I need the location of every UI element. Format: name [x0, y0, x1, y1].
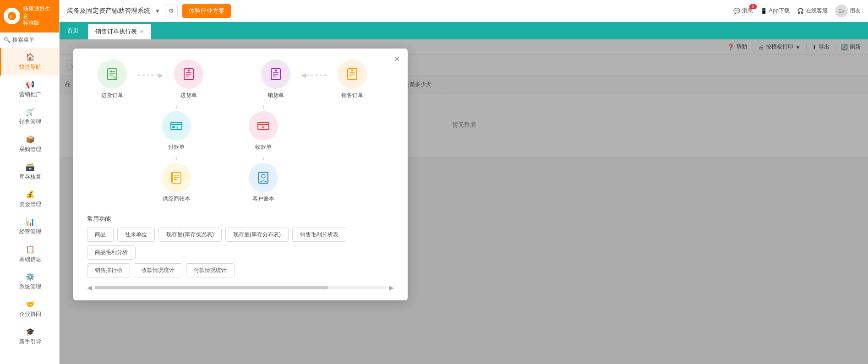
sidebar-item-inventory[interactable]: 🗃️ 库存核算 — [0, 158, 59, 185]
scroll-right-btn[interactable]: ▶ — [389, 284, 394, 291]
enterprise-icon: 🤝 — [26, 300, 35, 309]
overlay[interactable]: ✕ 进货订单 — [60, 39, 868, 364]
svg-text:¥: ¥ — [176, 125, 179, 130]
func-btn-goods[interactable]: 商品 — [87, 228, 114, 242]
sidebar-item-quick-nav[interactable]: 🏠 快捷导航 — [0, 48, 59, 76]
sidebar-item-marketing[interactable]: 📢 营销推广 — [0, 76, 59, 103]
svg-text:¥: ¥ — [262, 125, 265, 130]
svg-rect-17 — [275, 70, 277, 71]
sidebar: 6 畅康通好生意 标准版 🔍 搜索菜单 🏠 快捷导航 📢 营销推广 🛒 销售管理 — [0, 0, 60, 364]
node-payment[interactable]: ¥ 付款单 — [151, 111, 202, 151]
common-functions-title: 常用功能 — [87, 215, 394, 223]
app-download-btn[interactable]: 📱 App下载 — [760, 7, 790, 15]
svg-rect-35 — [259, 172, 268, 183]
func-btn-partners[interactable]: 往来单位 — [117, 228, 155, 242]
svg-rect-25 — [172, 126, 175, 128]
node-sales-bill[interactable]: 销货单 — [251, 60, 301, 99]
svg-text:6: 6 — [9, 14, 11, 19]
guide-icon: 🎓 — [26, 327, 35, 336]
finance-icon: 💰 — [26, 190, 35, 199]
flow-row-3: 供应商账本 客户账本 — [87, 163, 394, 203]
sidebar-logo: 6 畅康通好生意 标准版 — [0, 0, 59, 33]
node-customer-ledger[interactable]: 客户账本 — [238, 163, 289, 203]
flow-row-1: 进货订单 ▶ 进货单 — [87, 60, 394, 99]
flow-diagram: 进货订单 ▶ 进货单 — [87, 60, 394, 206]
sidebar-item-system[interactable]: ⚙️ 系统管理 — [0, 268, 59, 295]
function-buttons-row2: 销售排行榜 收款情况统计 付款情况统计 — [87, 263, 394, 277]
node-receipt[interactable]: ¥ 收款单 — [238, 111, 289, 151]
func-btn-sales-profit[interactable]: 销售毛利分析表 — [292, 228, 346, 242]
function-buttons: 商品 往来单位 现存量(库存状况表) 现存量(库存分布表) 销售毛利分析表 商品… — [87, 228, 394, 260]
system-title: 装备及固定资产辅助管理系统 — [67, 7, 150, 15]
func-btn-goods-profit[interactable]: 商品毛利分析 — [87, 245, 136, 260]
operation-icon: 📊 — [26, 217, 35, 226]
purchase-icon: 📦 — [26, 135, 35, 144]
settings-gear[interactable]: ⚙ — [165, 5, 178, 17]
topbar-right: 💬 消息 6 📱 App下载 🎧 在线客服 Ea 用友 — [733, 5, 861, 17]
experience-btn[interactable]: 体验行业方案 — [182, 4, 231, 18]
sidebar-nav: 🏠 快捷导航 📢 营销推广 🛒 销售管理 📦 采购管理 🗃️ 库存核算 💰 — [0, 48, 59, 364]
avatar: Ea — [835, 5, 848, 17]
svg-rect-2 — [108, 69, 117, 80]
func-btn-inventory-dist[interactable]: 现存量(库存分布表) — [225, 228, 289, 242]
sales-order-icon — [338, 60, 367, 89]
main-area: 装备及固定资产辅助管理系统 ▼ ⚙ 体验行业方案 💬 消息 6 📱 App下载 … — [60, 0, 868, 364]
common-functions: 常用功能 商品 往来单位 现存量(库存状况表) 现存量(库存分布表) 销售毛利分… — [87, 215, 394, 277]
sidebar-item-operation[interactable]: 📊 经营管理 — [0, 213, 59, 240]
sales-bill-icon — [261, 60, 290, 89]
purchase-order-icon — [98, 60, 127, 89]
online-service-btn[interactable]: 🎧 在线客服 — [797, 7, 828, 15]
func-btn-receipt-stats[interactable]: 收款情况统计 — [134, 263, 182, 277]
func-btn-inventory-status[interactable]: 现存量(库存状况表) — [158, 228, 222, 242]
node-purchase-bill[interactable]: 进货单 — [164, 60, 214, 99]
message-btn[interactable]: 💬 消息 6 — [733, 7, 753, 15]
message-badge: 6 — [749, 4, 757, 9]
quick-guide-popup: ✕ 进货订单 — [73, 49, 408, 300]
scrollbar-thumb[interactable] — [95, 286, 328, 289]
system-icon: ⚙️ — [26, 272, 35, 281]
purchase-bill-icon — [174, 60, 203, 89]
tabbar: 首页 销售订单执行表 ✕ — [60, 22, 868, 39]
search-icon: 🔍 — [4, 37, 11, 43]
tab-home[interactable]: 首页 — [60, 22, 86, 39]
sidebar-item-sales[interactable]: 🛒 销售管理 — [0, 103, 59, 130]
sidebar-item-purchase[interactable]: 📦 采购管理 — [0, 130, 59, 158]
svg-rect-22 — [351, 70, 353, 71]
sidebar-item-finance[interactable]: 💰 资金管理 — [0, 185, 59, 213]
popup-close-btn[interactable]: ✕ — [393, 54, 400, 64]
svg-point-36 — [262, 174, 265, 178]
func-btn-sales-rank[interactable]: 销售排行榜 — [87, 263, 130, 277]
scrollbar-track — [95, 286, 386, 289]
sidebar-search[interactable]: 🔍 搜索菜单 — [0, 33, 59, 48]
tab-close-btn[interactable]: ✕ — [140, 29, 144, 35]
tab-sales-order[interactable]: 销售订单执行表 ✕ — [88, 24, 151, 39]
payment-icon: ¥ — [162, 111, 191, 141]
topbar: 装备及固定资产辅助管理系统 ▼ ⚙ 体验行业方案 💬 消息 6 📱 App下载 … — [60, 0, 868, 22]
popup-scroll-area: ◀ ▶ — [87, 284, 394, 291]
system-dropdown[interactable]: ▼ — [155, 8, 160, 14]
marketing-icon: 📢 — [26, 80, 35, 89]
func-btn-payment-stats[interactable]: 付款情况统计 — [186, 263, 235, 277]
message-icon: 💬 — [733, 8, 740, 14]
supplier-ledger-icon — [162, 163, 191, 192]
headset-icon: 🎧 — [797, 8, 804, 14]
sidebar-item-enterprise[interactable]: 🤝 企业协同 — [0, 295, 59, 323]
customer-ledger-icon — [249, 163, 278, 192]
topbar-left: 装备及固定资产辅助管理系统 ▼ ⚙ 体验行业方案 — [67, 4, 231, 18]
sidebar-item-guide[interactable]: 🎓 新手引导 — [0, 323, 59, 350]
node-sales-order[interactable]: 销售订单 — [327, 60, 377, 99]
user-menu[interactable]: Ea 用友 — [835, 5, 861, 17]
node-supplier-ledger[interactable]: 供应商账本 — [151, 163, 202, 203]
node-purchase-order[interactable]: 进货订单 — [87, 60, 137, 99]
logo-icon: 6 — [4, 8, 20, 24]
inventory-icon: 🗃️ — [26, 163, 35, 171]
content-area: ❓ 帮助 🖨 按模板打印 ▼ ⬆ 导出 🔄 刷新 — [60, 39, 868, 364]
logo-text: 畅康通好生意 标准版 — [23, 5, 55, 27]
scroll-left-btn[interactable]: ◀ — [87, 284, 92, 291]
sidebar-item-basic[interactable]: 📋 基础信息 — [0, 240, 59, 268]
svg-rect-12 — [188, 70, 190, 71]
basic-icon: 📋 — [26, 245, 35, 254]
sales-icon: 🛒 — [26, 108, 35, 116]
flow-row-2: ¥ 付款单 ¥ 收款单 — [87, 111, 394, 151]
receipt-icon: ¥ — [249, 111, 278, 141]
